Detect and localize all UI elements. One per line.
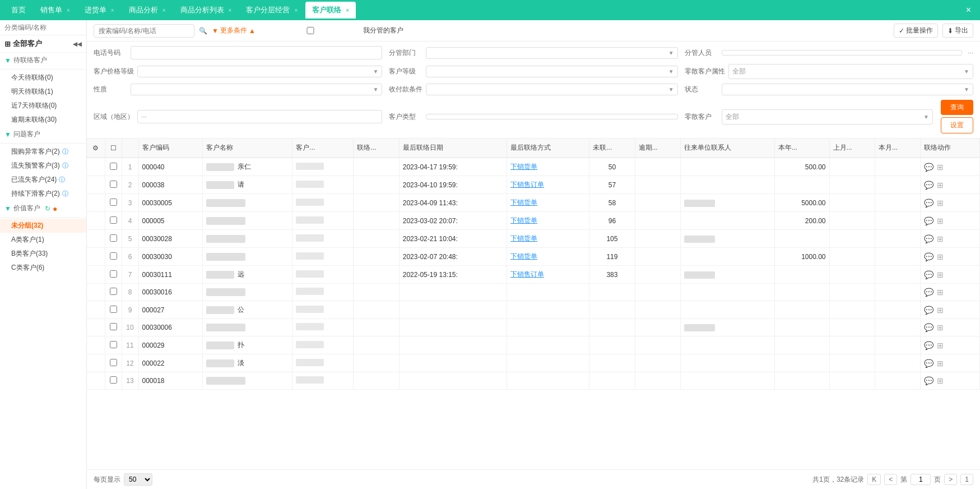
sidebar-group-problem[interactable]: ▼ 问题客户 — [0, 127, 86, 142]
price-level-select[interactable]: ▼ — [137, 66, 382, 77]
refresh-icon[interactable]: ↻ — [45, 205, 50, 213]
next-page-button[interactable]: > — [944, 474, 957, 485]
chat-icon-2[interactable]: 💬 — [924, 199, 933, 207]
chat-icon-7[interactable]: 💬 — [924, 288, 933, 297]
grid-icon-10[interactable]: ⊞ — [937, 341, 944, 350]
customer-type-select[interactable] — [426, 114, 677, 119]
sidebar-item-ungroup[interactable]: 未分组(32) — [0, 219, 86, 233]
close-all-button[interactable]: × — [962, 3, 976, 17]
row-check-3[interactable] — [110, 216, 117, 224]
sidebar-group-value[interactable]: ▼ 价值客户 ↻ ● — [0, 201, 86, 216]
nav-purchase[interactable]: 进货单 × — [78, 2, 121, 19]
nav-customer-tier[interactable]: 客户分层经营 × — [239, 2, 304, 19]
first-page-button[interactable]: K — [867, 474, 881, 485]
grid-icon-12[interactable]: ⊞ — [937, 376, 944, 385]
nav-analysis[interactable]: 商品分析 × — [122, 2, 173, 19]
person-more-icon[interactable]: ··· — [968, 49, 973, 57]
grid-icon-3[interactable]: ⊞ — [937, 216, 944, 225]
close-purchase-icon[interactable]: × — [111, 7, 114, 13]
row-check-7[interactable] — [110, 288, 117, 295]
col-last-month[interactable]: 上月... — [829, 139, 875, 158]
col-checkbox[interactable]: ☐ — [105, 139, 122, 158]
row-checkbox[interactable] — [105, 354, 122, 372]
last-page-button[interactable]: 1 — [960, 474, 973, 485]
col-unit-contact[interactable]: 往来单位联系人 — [681, 139, 775, 158]
sidebar-all-customers[interactable]: ⊞ 全部客户 ◀◀ — [0, 35, 86, 53]
prev-page-button[interactable]: < — [884, 474, 897, 485]
row-check-9[interactable] — [110, 323, 117, 330]
sidebar-item-today[interactable]: 今天待联络(0) — [0, 71, 86, 85]
col-last-method[interactable]: 最后联络方式 — [507, 139, 589, 158]
row-check-2[interactable] — [110, 199, 117, 206]
chat-icon-8[interactable]: 💬 — [924, 306, 933, 315]
row-checkbox[interactable] — [105, 372, 122, 390]
chat-icon-11[interactable]: 💬 — [924, 359, 933, 368]
my-customers-checkbox[interactable]: 我分管的客户 — [260, 26, 403, 35]
row-check-5[interactable] — [110, 252, 117, 260]
grid-icon-5[interactable]: ⊞ — [937, 252, 944, 261]
nav-home[interactable]: 首页 — [4, 2, 32, 19]
sidebar-item-overdue[interactable]: 逾期未联络(30) — [0, 113, 86, 127]
grid-icon-2[interactable]: ⊞ — [937, 199, 944, 207]
chat-icon-5[interactable]: 💬 — [924, 252, 933, 261]
col-last-date[interactable]: 最后联络日期 — [399, 139, 507, 158]
nav-sales[interactable]: 销售单 × — [34, 2, 77, 19]
close-tier-icon[interactable]: × — [294, 7, 298, 13]
sidebar-item-abnormal[interactable]: 囤购异常客户(2) ⓘ — [0, 145, 86, 159]
row-check-11[interactable] — [110, 359, 117, 366]
row-check-8[interactable] — [110, 306, 117, 313]
sidebar-item-7days[interactable]: 近7天待联络(0) — [0, 99, 86, 113]
sidebar-item-b[interactable]: B类客户(33) — [0, 247, 86, 261]
col-contact[interactable]: 联络... — [354, 139, 399, 158]
grid-icon-1[interactable]: ⊞ — [937, 181, 944, 190]
row-checkbox[interactable] — [105, 266, 122, 284]
region-select[interactable]: ··· — [137, 110, 382, 123]
col-type[interactable]: 客户... — [292, 139, 354, 158]
grid-icon-0[interactable]: ⊞ — [937, 163, 944, 172]
sidebar-item-declining[interactable]: 持续下滑客户(2) ⓘ — [0, 187, 86, 201]
retail-attr-select[interactable]: 全部 ▼ — [728, 64, 973, 79]
sidebar-search-input[interactable] — [4, 24, 87, 31]
sidebar-item-tomorrow[interactable]: 明天待联络(1) — [0, 85, 86, 99]
chat-icon-9[interactable]: 💬 — [924, 323, 933, 332]
sidebar-item-churn-warning[interactable]: 流失预警客户(3) ⓘ — [0, 159, 86, 173]
search-button[interactable]: 🔍 — [199, 27, 207, 35]
row-checkbox[interactable] — [105, 336, 122, 354]
payment-select[interactable]: ▼ — [426, 84, 677, 95]
col-not-contact[interactable]: 未联... — [589, 139, 635, 158]
col-settings[interactable]: ⚙ — [87, 139, 105, 158]
nav-analysis-list[interactable]: 商品分析列表 × — [174, 2, 239, 19]
grid-icon-4[interactable]: ⊞ — [937, 234, 944, 243]
col-code[interactable]: 客户编码 — [138, 139, 203, 158]
search-button-main[interactable]: 查询 — [941, 100, 973, 115]
row-checkbox[interactable] — [105, 230, 122, 248]
close-sales-icon[interactable]: × — [67, 7, 70, 13]
row-check-12[interactable] — [110, 376, 117, 384]
col-this-month[interactable]: 本月... — [875, 139, 920, 158]
row-check-4[interactable] — [110, 234, 117, 242]
close-analysis-icon[interactable]: × — [162, 7, 166, 13]
chat-icon-6[interactable]: 💬 — [924, 270, 933, 279]
more-conditions-button[interactable]: ▼ 更多条件 ▲ — [212, 26, 256, 35]
person-select[interactable] — [722, 50, 962, 56]
per-page-select[interactable]: 50 100 200 — [124, 473, 152, 486]
chat-icon-10[interactable]: 💬 — [924, 341, 933, 350]
status-select[interactable]: ▼ — [722, 84, 973, 95]
sidebar-item-c[interactable]: C类客户(6) — [0, 261, 86, 275]
chat-icon-12[interactable]: 💬 — [924, 376, 933, 385]
sidebar-item-a[interactable]: A类客户(1) — [0, 233, 86, 247]
row-check-0[interactable] — [110, 163, 117, 170]
dept-select[interactable]: ▼ — [426, 47, 677, 59]
grid-icon-7[interactable]: ⊞ — [937, 288, 944, 297]
grid-icon-8[interactable]: ⊞ — [937, 306, 944, 315]
close-analysis-list-icon[interactable]: × — [229, 7, 232, 13]
row-check-6[interactable] — [110, 270, 117, 278]
customer-level-select[interactable]: ▼ — [426, 66, 677, 77]
chat-icon-3[interactable]: 💬 — [924, 216, 933, 225]
phone-input[interactable] — [131, 46, 382, 59]
row-checkbox[interactable] — [105, 248, 122, 266]
row-checkbox[interactable] — [105, 158, 122, 176]
nav-customer-contact[interactable]: 客户联络 × — [305, 2, 356, 19]
my-customers-check[interactable] — [260, 27, 361, 34]
chat-icon-4[interactable]: 💬 — [924, 234, 933, 243]
